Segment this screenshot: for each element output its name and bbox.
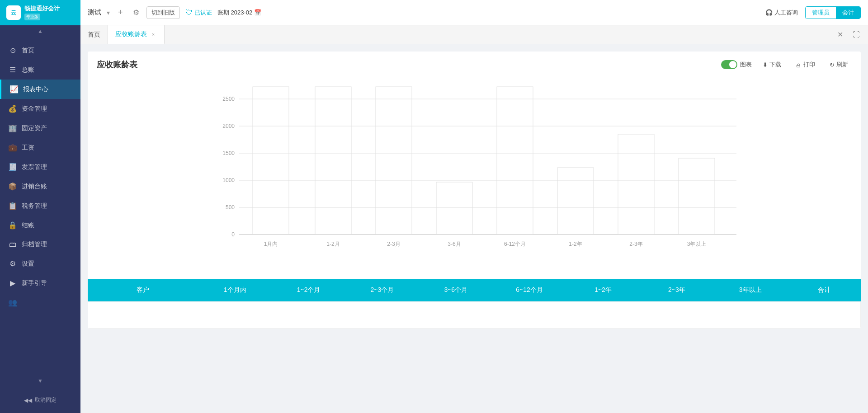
col-3y-plus: 3年以上: [713, 279, 787, 301]
sidebar-bottom: ◀◀ 取消固定: [0, 387, 80, 413]
header-right: 🎧 人工咨询 管理员 会计: [765, 6, 861, 19]
svg-text:0: 0: [231, 231, 235, 238]
sidebar-item-archive[interactable]: 🗃 归档管理: [0, 235, 80, 254]
close-tab-button[interactable]: ✕: [834, 28, 846, 41]
sidebar-item-home[interactable]: ⊙ 首页: [0, 41, 80, 60]
top-header: 测试 ▾ + ⚙ 切到旧版 🛡 已认证 账期 2023-02 📅 🎧 人工咨询 …: [80, 0, 868, 25]
archive-icon: 🗃: [8, 240, 17, 249]
scroll-down-arrow[interactable]: ▼: [37, 377, 44, 385]
print-label: 打印: [803, 61, 815, 69]
sidebar-label-archive: 归档管理: [22, 240, 47, 249]
tabs-right-controls: ✕ ⛶: [834, 28, 868, 41]
col-total: 合计: [787, 279, 861, 301]
chart-toggle-label: 图表: [740, 61, 752, 69]
report-container: 应收账龄表 图表 ⬇ 下载 🖨 打印 ↻: [88, 52, 861, 329]
sidebar-item-closing[interactable]: 🔒 结账: [0, 216, 80, 235]
refresh-label: 刷新: [836, 61, 848, 69]
svg-text:1-2年: 1-2年: [569, 241, 582, 247]
sidebar-item-partial[interactable]: 👥: [0, 293, 80, 312]
svg-text:1500: 1500: [222, 150, 235, 156]
tax-icon: 📋: [8, 202, 17, 210]
svg-text:500: 500: [226, 204, 235, 211]
svg-rect-19: [618, 134, 654, 235]
shield-icon: 🛡: [185, 9, 193, 17]
logo-name: 畅捷通好会计: [24, 5, 60, 13]
cancel-fixed-button[interactable]: ◀◀ 取消固定: [0, 392, 80, 408]
col-2-3m: 2~3个月: [345, 279, 419, 301]
report-title: 应收账龄表: [97, 59, 137, 70]
sidebar-item-settings[interactable]: ⚙ 设置: [0, 254, 80, 273]
sidebar-label-inventory: 进销台账: [22, 183, 47, 191]
svg-text:1-2月: 1-2月: [326, 241, 340, 247]
tab-ar-aging[interactable]: 应收账龄表 ×: [108, 25, 165, 44]
refresh-button[interactable]: ↻ 刷新: [826, 59, 852, 70]
chart-toggle-switch[interactable]: [721, 60, 737, 69]
project-name: 测试: [88, 8, 101, 17]
sidebar-label-tax: 税务管理: [22, 202, 47, 210]
user-tabs: 管理员 会计: [805, 6, 861, 19]
tabs-bar: 首页 应收账龄表 × ✕ ⛶: [80, 25, 868, 44]
inventory-icon: 📦: [8, 182, 17, 191]
cancel-fixed-icon: ◀◀: [24, 397, 32, 404]
tab-manager[interactable]: 管理员: [806, 7, 836, 19]
sidebar-item-inventory[interactable]: 📦 进销台账: [0, 177, 80, 196]
tab-ar-aging-close[interactable]: ×: [150, 31, 157, 38]
sidebar-item-tax[interactable]: 📋 税务管理: [0, 196, 80, 216]
partial-icon: 👥: [8, 298, 17, 307]
chart-toggle-group: 图表: [721, 60, 752, 69]
certified-badge: 🛡 已认证: [185, 9, 212, 17]
sidebar-item-ledger[interactable]: ☰ 总账: [0, 60, 80, 80]
scroll-up-arrow[interactable]: ▲: [37, 27, 44, 35]
report-header: 应收账龄表 图表 ⬇ 下载 🖨 打印 ↻: [88, 52, 861, 78]
maximize-button[interactable]: ⛶: [850, 28, 863, 41]
sidebar-item-guide[interactable]: ▶ 新手引导: [0, 273, 80, 293]
sidebar-label-closing: 结账: [22, 221, 34, 230]
service-button[interactable]: 🎧 人工咨询: [765, 9, 798, 17]
ledger-icon: ☰: [8, 66, 17, 74]
svg-text:2000: 2000: [222, 123, 235, 129]
svg-rect-18: [557, 168, 594, 235]
col-1m: 1个月内: [198, 279, 272, 301]
sidebar-label-payroll: 工资: [22, 144, 34, 152]
page-content: 应收账龄表 图表 ⬇ 下载 🖨 打印 ↻: [80, 44, 868, 413]
sidebar-item-payroll[interactable]: 💼 工资: [0, 138, 80, 157]
sidebar-item-invoice[interactable]: 🧾 发票管理: [0, 157, 80, 177]
download-label: 下载: [769, 61, 781, 69]
svg-rect-14: [315, 87, 351, 235]
sidebar: 云 畅捷通好会计 专业版 ▲ ⊙ 首页 ☰ 总账 📈 报表中心 💰 资金管理 🏢: [0, 0, 80, 413]
sidebar-item-reports[interactable]: 📈 报表中心: [0, 80, 80, 99]
service-label: 人工咨询: [774, 9, 798, 17]
sidebar-item-assets[interactable]: 🏢 固定资产: [0, 118, 80, 138]
svg-text:3-6月: 3-6月: [448, 241, 461, 247]
dropdown-arrow-icon[interactable]: ▾: [107, 9, 110, 16]
download-icon: ⬇: [763, 61, 768, 68]
sidebar-label-reports: 报表中心: [23, 85, 48, 94]
sidebar-label-funds: 资金管理: [22, 105, 47, 113]
col-1-2m: 1~2个月: [272, 279, 345, 301]
chart-area: 0 500 1000 1500 2000 2500: [88, 78, 861, 273]
tab-home[interactable]: 首页: [80, 25, 108, 44]
sidebar-label-assets: 固定资产: [22, 124, 47, 132]
header-settings-icon[interactable]: ⚙: [130, 7, 142, 18]
print-button[interactable]: 🖨 打印: [792, 59, 819, 70]
calendar-icon[interactable]: 📅: [254, 9, 261, 16]
svg-rect-17: [497, 87, 533, 235]
download-button[interactable]: ⬇ 下载: [759, 59, 785, 70]
cancel-fixed-label: 取消固定: [35, 396, 57, 404]
svg-text:1月内: 1月内: [264, 241, 278, 247]
invoice-icon: 🧾: [8, 163, 17, 171]
old-version-button[interactable]: 切到旧版: [146, 6, 180, 19]
col-2-3y: 2~3年: [640, 279, 713, 301]
add-project-icon[interactable]: +: [115, 7, 126, 18]
period-value: 2023-02: [231, 9, 253, 16]
scroll-down-area: ▼: [0, 375, 80, 387]
svg-text:3年以上: 3年以上: [687, 241, 707, 247]
report-actions: 图表 ⬇ 下载 🖨 打印 ↻ 刷新: [721, 59, 852, 70]
sidebar-item-funds[interactable]: 💰 资金管理: [0, 99, 80, 118]
period-badge: 账期 2023-02 📅: [217, 9, 262, 17]
headset-icon: 🎧: [765, 9, 773, 16]
logo-badge: 专业版: [24, 14, 40, 20]
reports-icon: 📈: [9, 85, 19, 94]
tab-accountant[interactable]: 会计: [836, 7, 860, 19]
col-customer: 客户: [88, 279, 198, 301]
